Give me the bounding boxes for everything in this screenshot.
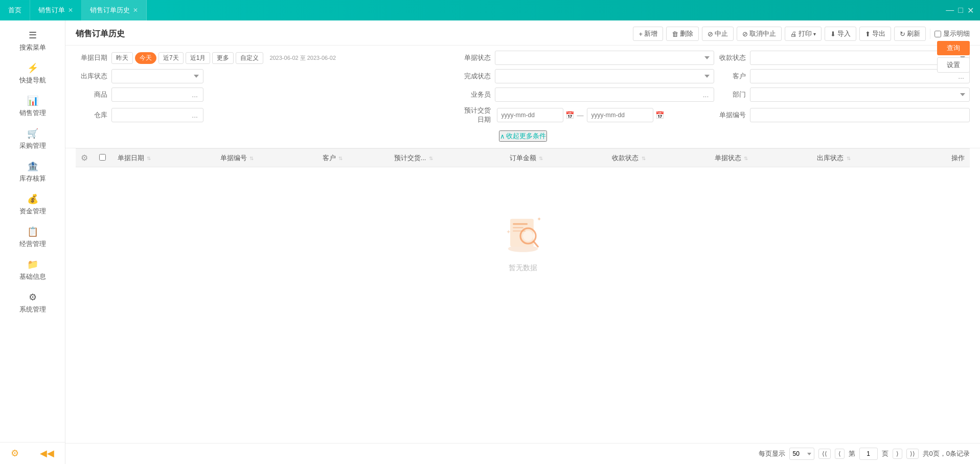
customer-ellipsis[interactable]: ... bbox=[956, 72, 966, 80]
export-button[interactable]: ⬆ 导出 bbox=[859, 27, 891, 41]
status-label: 单据状态 bbox=[459, 53, 495, 62]
sidebar-item-sales-mgmt[interactable]: 📊 销售管理 bbox=[0, 90, 65, 123]
date-btn-last-month[interactable]: 近1月 bbox=[186, 52, 211, 64]
th-payment-status[interactable]: 收款状态 ⇅ bbox=[607, 149, 710, 167]
tab-sales-order[interactable]: 销售订单 ✕ bbox=[30, 0, 82, 20]
th-customer[interactable]: 客户 ⇅ bbox=[317, 149, 389, 167]
salesman-ellipsis[interactable]: ... bbox=[701, 91, 711, 99]
chevron-up-icon: ∧ bbox=[500, 132, 505, 140]
page-suffix: 页 bbox=[882, 449, 888, 458]
date-btn-yesterday[interactable]: 昨天 bbox=[111, 52, 133, 64]
query-button[interactable]: 查询 bbox=[937, 41, 970, 55]
toolbar-divider bbox=[930, 29, 930, 39]
customer-input[interactable] bbox=[754, 70, 956, 83]
prev-page-btn[interactable]: ⟨ bbox=[835, 449, 845, 459]
th-warehouse-status[interactable]: 出库状态 ⇅ bbox=[812, 149, 915, 167]
sidebar-item-inventory-check[interactable]: 🏦 库存核算 bbox=[0, 156, 65, 188]
settings-button[interactable]: 设置 bbox=[937, 57, 970, 73]
select-all-checkbox[interactable] bbox=[99, 154, 106, 161]
th-order-no[interactable]: 单据编号 ⇅ bbox=[215, 149, 318, 167]
date-separator: — bbox=[577, 112, 584, 119]
collapse-button[interactable]: ∧ 收起更多条件 bbox=[499, 130, 547, 142]
last-page-btn[interactable]: ⟩⟩ bbox=[906, 449, 919, 459]
page-input[interactable] bbox=[859, 448, 878, 460]
filter-col-salesman: 业务员 ... bbox=[459, 87, 715, 102]
sort-customer-icon: ⇅ bbox=[338, 156, 343, 161]
print-arrow-icon: ▾ bbox=[813, 31, 816, 37]
add-button[interactable]: + 新增 bbox=[633, 27, 663, 41]
filter-row-1: 单据日期 昨天 今天 近7天 近1月 更多 自定义 2023-06-02 至 2… bbox=[76, 51, 970, 65]
stop-button[interactable]: ⊘ 中止 bbox=[702, 27, 734, 41]
date-btn-today[interactable]: 今天 bbox=[135, 52, 156, 64]
table-settings-icon[interactable]: ⚙ bbox=[81, 153, 88, 162]
display-columns-checkbox[interactable] bbox=[935, 31, 941, 37]
sidebar-item-quick-nav[interactable]: ⚡ 快捷导航 bbox=[0, 57, 65, 90]
complete-select[interactable] bbox=[495, 69, 715, 83]
filter-area: 单据日期 昨天 今天 近7天 近1月 更多 自定义 2023-06-02 至 2… bbox=[65, 46, 980, 148]
sidebar-item-search-menu[interactable]: ☰ 搜索菜单 bbox=[0, 25, 65, 57]
toolbar: + 新增 🗑 删除 ⊘ 中止 ⊘ 取消中止 🖨 打印 bbox=[633, 27, 970, 41]
maximize-btn[interactable]: □ bbox=[958, 6, 963, 15]
minimize-btn[interactable]: — bbox=[946, 6, 954, 15]
print-button[interactable]: 🖨 打印 ▾ bbox=[785, 27, 822, 41]
next-page-btn[interactable]: ⟩ bbox=[893, 449, 902, 459]
sidebar-item-purchase-mgmt[interactable]: 🛒 采购管理 bbox=[0, 123, 65, 156]
delivery-date-end[interactable] bbox=[587, 108, 653, 122]
cancel-stop-button[interactable]: ⊘ 取消中止 bbox=[737, 27, 782, 41]
sidebar-item-basic-info[interactable]: 📁 基础信息 bbox=[0, 254, 65, 286]
filter-col-complete: 完成状态 bbox=[459, 69, 715, 83]
first-page-btn[interactable]: ⟨⟨ bbox=[818, 449, 831, 459]
warehouse-input[interactable] bbox=[115, 108, 190, 122]
operations-mgmt-icon: 📋 bbox=[27, 226, 38, 237]
tab-sales-order-close[interactable]: ✕ bbox=[68, 7, 73, 14]
tab-home[interactable]: 首页 bbox=[0, 0, 30, 20]
sidebar-item-capital-mgmt[interactable]: 💰 资金管理 bbox=[0, 188, 65, 221]
th-order-status[interactable]: 单据状态 ⇅ bbox=[710, 149, 812, 167]
warehouse-input-wrap: ... bbox=[111, 108, 203, 122]
delivery-date-start[interactable] bbox=[497, 108, 563, 122]
sidebar-item-label: 采购管理 bbox=[19, 141, 46, 150]
warehouse-status-label: 出库状态 bbox=[76, 72, 111, 81]
filter-action-buttons: 查询 设置 bbox=[937, 41, 970, 73]
calendar-end-icon[interactable]: 📅 bbox=[655, 111, 664, 119]
filter-col-order-no: 单据编号 bbox=[714, 108, 970, 122]
warehouse-status-select[interactable] bbox=[111, 69, 203, 83]
import-button[interactable]: ⬇ 导入 bbox=[825, 27, 856, 41]
tab-sales-order-history[interactable]: 销售订单历史 ✕ bbox=[82, 0, 147, 20]
salesman-input[interactable] bbox=[498, 88, 701, 101]
sidebar-item-operations-mgmt[interactable]: 📋 经营管理 bbox=[0, 221, 65, 254]
status-select[interactable] bbox=[495, 51, 715, 65]
goods-input[interactable] bbox=[115, 88, 190, 101]
delete-button[interactable]: 🗑 删除 bbox=[666, 27, 699, 41]
search-menu-icon: ☰ bbox=[29, 30, 37, 41]
table-footer: 每页显示 50 10 20 100 ⟨⟨ ⟨ 第 页 ⟩ ⟩⟩ 共0页，0条记录 bbox=[65, 443, 980, 464]
th-date[interactable]: 单据日期 ⇅ bbox=[112, 149, 215, 167]
order-no-input[interactable] bbox=[750, 108, 970, 122]
warehouse-ellipsis[interactable]: ... bbox=[190, 111, 200, 119]
sidebar-settings-icon[interactable]: ⚙ bbox=[11, 448, 19, 459]
tab-sales-order-history-close[interactable]: ✕ bbox=[133, 7, 138, 14]
sidebar-audio-icon[interactable]: ◀◀ bbox=[40, 448, 54, 459]
table-header-row: ⚙ 单据日期 ⇅ 单据编号 ⇅ bbox=[76, 149, 970, 167]
calendar-start-icon[interactable]: 📅 bbox=[565, 111, 574, 119]
per-page-select[interactable]: 50 10 20 100 bbox=[789, 448, 814, 460]
close-btn[interactable]: ✕ bbox=[967, 6, 974, 15]
display-columns-check[interactable]: 显示明细 bbox=[935, 29, 970, 38]
capital-mgmt-icon: 💰 bbox=[27, 193, 38, 205]
per-page-label: 每页显示 bbox=[759, 449, 785, 458]
refresh-button[interactable]: ↻ 刷新 bbox=[894, 27, 926, 41]
content-area: 销售订单历史 + 新增 🗑 删除 ⊘ 中止 ⊘ 取消中止 bbox=[65, 20, 980, 464]
date-btn-more[interactable]: 更多 bbox=[212, 52, 234, 64]
sort-order-status-icon: ⇅ bbox=[744, 156, 748, 161]
date-btn-last7[interactable]: 近7天 bbox=[158, 52, 184, 64]
date-btn-custom[interactable]: 自定义 bbox=[236, 52, 263, 64]
salesman-label: 业务员 bbox=[459, 90, 495, 99]
dept-select[interactable] bbox=[750, 87, 970, 102]
th-delivery-date[interactable]: 预计交货... ⇅ bbox=[389, 149, 505, 167]
sort-delivery-icon: ⇅ bbox=[429, 156, 433, 161]
th-order-amount[interactable]: 订单金额 ⇅ bbox=[505, 149, 607, 167]
sidebar-item-system-mgmt[interactable]: ⚙ 系统管理 bbox=[0, 286, 65, 319]
goods-ellipsis[interactable]: ... bbox=[190, 91, 200, 99]
delivery-date-label: 预计交货日期 bbox=[459, 106, 495, 124]
customer-label: 客户 bbox=[714, 72, 750, 81]
